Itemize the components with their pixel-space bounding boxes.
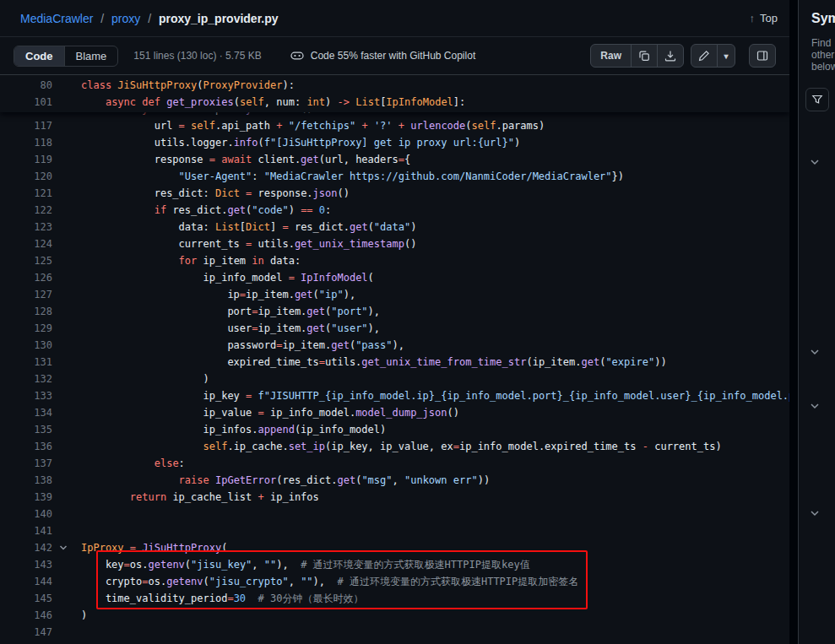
line-number[interactable]: 119	[0, 151, 52, 168]
code-text: raise IpGetError(res_dict.get("msg", "un…	[74, 472, 789, 489]
code-line: 117 url = self.api_path + "/fetchips" + …	[0, 117, 789, 134]
fold-gutter	[52, 506, 74, 522]
fold-gutter	[52, 607, 74, 624]
symbols-panel: Symbols Findotherbelow	[798, 0, 835, 644]
line-number[interactable]: 140	[0, 506, 52, 522]
code-line: 134 ip_value = ip_info_model.model_dump_…	[0, 404, 789, 421]
chevron-down-icon[interactable]	[809, 156, 822, 170]
panel-description-line: other	[811, 49, 835, 61]
line-number[interactable]: 146	[0, 607, 52, 624]
fold-gutter	[52, 320, 74, 337]
code-line: 126 ip_info_model = IpInfoModel(	[0, 269, 789, 286]
code-text: url = self.api_path + "/fetchips" + '?' …	[74, 117, 789, 134]
download-button[interactable]	[657, 44, 684, 68]
line-number[interactable]: 131	[0, 354, 52, 371]
tab-code[interactable]: Code	[14, 46, 65, 66]
code-line: 132 )	[0, 371, 789, 387]
edit-dropdown-button[interactable]: ▾	[717, 44, 735, 68]
symbols-panel-description: Findotherbelow	[799, 26, 835, 73]
code-text: time_validity_period=30 # 30分钟（最长时效）	[74, 590, 789, 607]
line-number[interactable]: 118	[0, 134, 52, 151]
code-line: 130 password=ip_item.get("pass"),	[0, 337, 789, 354]
line-number[interactable]: 133	[0, 387, 52, 404]
line-number[interactable]: 127	[0, 286, 52, 303]
symbols-panel-button[interactable]	[749, 44, 776, 68]
symbols-panel-title: Symbols	[799, 0, 835, 26]
line-number[interactable]: 121	[0, 185, 52, 202]
line-number[interactable]: 145	[0, 590, 52, 607]
line-number[interactable]: 125	[0, 252, 52, 269]
line-number[interactable]: 137	[0, 455, 52, 472]
line-number[interactable]: 80	[0, 77, 52, 94]
fold-gutter	[52, 472, 74, 489]
code-line: 127 ip=ip_item.get("ip"),	[0, 286, 789, 303]
line-number[interactable]: 147	[0, 624, 52, 641]
raw-button[interactable]: Raw	[590, 44, 632, 68]
code-text: for ip_item in data:	[74, 252, 789, 269]
line-number[interactable]: 130	[0, 337, 52, 354]
edit-button[interactable]	[691, 44, 718, 68]
fold-gutter	[52, 269, 74, 286]
code-text: data: List[Dict] = res_dict.get("data")	[74, 219, 789, 235]
scroll-to-top-button[interactable]: ↑ Top	[750, 12, 778, 24]
line-number[interactable]: 126	[0, 269, 52, 286]
line-number[interactable]: 142	[0, 539, 52, 556]
chevron-down-icon[interactable]	[809, 346, 822, 360]
line-number[interactable]: 101	[0, 94, 52, 111]
download-icon	[664, 50, 676, 62]
code-text: user=ip_item.get("user"),	[74, 320, 789, 337]
copilot-icon	[290, 49, 304, 62]
code-text: response = await client.get(url, headers…	[74, 151, 789, 168]
code-view: 116 async with httpx.AsyncClient() as cl…	[0, 75, 789, 644]
code-text: else:	[74, 455, 789, 472]
fold-chevron-icon[interactable]	[52, 539, 74, 556]
code-line: 140	[0, 506, 789, 522]
code-text: "User-Agent": "MediaCrawler https://gith…	[74, 168, 789, 185]
copilot-banner[interactable]: Code 55% faster with GitHub Copilot	[290, 49, 475, 62]
raw-button-group: Raw	[590, 44, 684, 68]
filter-button[interactable]	[805, 88, 829, 111]
line-number[interactable]: 144	[0, 573, 52, 590]
copy-button[interactable]	[631, 44, 658, 68]
line-number[interactable]: 123	[0, 219, 52, 235]
pencil-icon	[698, 50, 710, 62]
breadcrumb-folder-link[interactable]: proxy	[111, 12, 140, 25]
code-text: ip_infos.append(ip_info_model)	[74, 421, 789, 438]
code-line: 145 time_validity_period=30 # 30分钟（最长时效）	[0, 590, 789, 607]
line-number[interactable]: 129	[0, 320, 52, 337]
line-number[interactable]: 138	[0, 472, 52, 489]
code-line: 121 res_dict: Dict = response.json()	[0, 185, 789, 202]
line-number[interactable]: 135	[0, 421, 52, 438]
breadcrumb-file-name: proxy_ip_provider.py	[159, 12, 279, 25]
breadcrumb-repo-link[interactable]: MediaCrawler	[20, 12, 93, 25]
chevron-down-icon[interactable]	[809, 400, 822, 414]
code-text: return ip_cache_list + ip_infos	[74, 489, 789, 506]
panel-description-line: below	[811, 61, 835, 73]
breadcrumb-separator: /	[100, 12, 104, 25]
line-number[interactable]: 122	[0, 202, 52, 219]
line-number[interactable]: 143	[0, 556, 52, 573]
line-number[interactable]: 141	[0, 522, 52, 539]
line-number[interactable]: 132	[0, 371, 52, 387]
code-blame-switch: Code Blame	[14, 46, 118, 67]
code-text: ip_info_model = IpInfoModel(	[74, 269, 789, 286]
line-number[interactable]: 134	[0, 404, 52, 421]
tab-blame[interactable]: Blame	[65, 46, 118, 66]
line-number[interactable]: 120	[0, 168, 52, 185]
code-text: IpProxy = JiSuHttpProxy(	[74, 539, 789, 556]
code-text: current_ts = utils.get_unix_timestamp()	[74, 235, 789, 252]
chevron-down-icon: ▾	[724, 51, 728, 61]
line-number[interactable]: 136	[0, 438, 52, 455]
breadcrumb-bar: MediaCrawler / proxy / proxy_ip_provider…	[0, 0, 789, 37]
symbols-panel-icon	[756, 50, 768, 62]
line-number[interactable]: 139	[0, 489, 52, 506]
breadcrumb-separator: /	[148, 12, 151, 25]
code-text: self.ip_cache.set_ip(ip_key, ip_value, e…	[74, 438, 789, 455]
line-number[interactable]: 124	[0, 235, 52, 252]
line-number[interactable]: 117	[0, 117, 52, 134]
fold-gutter	[52, 117, 74, 134]
code-text: )	[74, 607, 789, 624]
panel-description-line: Find	[811, 37, 835, 49]
line-number[interactable]: 128	[0, 303, 52, 320]
chevron-down-icon[interactable]	[809, 507, 822, 521]
